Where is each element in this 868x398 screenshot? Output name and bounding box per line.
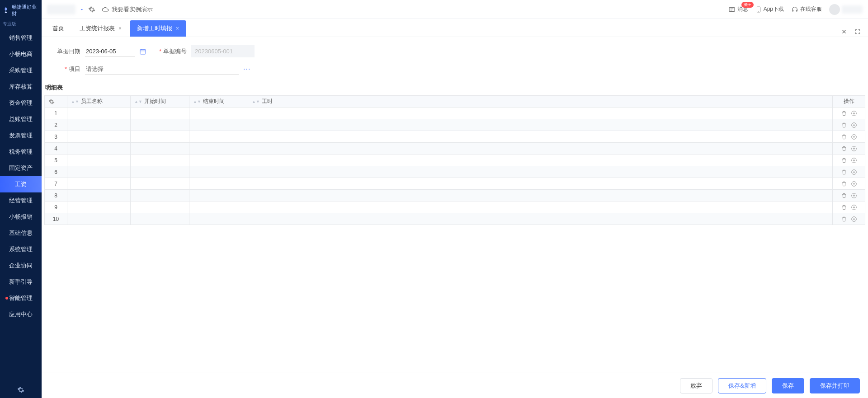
cell-hours[interactable]: [248, 201, 833, 213]
cell-hours[interactable]: [248, 213, 833, 225]
delete-row-icon[interactable]: [841, 145, 847, 152]
add-row-icon[interactable]: [851, 110, 857, 117]
table-row[interactable]: 2: [45, 119, 865, 131]
delete-row-icon[interactable]: [841, 204, 847, 211]
cell-end[interactable]: [189, 143, 248, 155]
sidebar-item-10[interactable]: 经营管理: [0, 192, 42, 209]
demo-link[interactable]: 我要看实例演示: [102, 5, 153, 14]
cell-end[interactable]: [189, 119, 248, 131]
tab-1[interactable]: 工资统计报表×: [72, 20, 129, 37]
delete-row-icon[interactable]: [841, 110, 847, 117]
table-row[interactable]: 8: [45, 190, 865, 201]
col-hours[interactable]: ▲▼工时: [248, 96, 833, 108]
gear-icon[interactable]: [88, 6, 95, 13]
add-row-icon[interactable]: [851, 134, 857, 140]
col-settings[interactable]: [45, 96, 67, 108]
delete-row-icon[interactable]: [841, 216, 847, 222]
add-row-icon[interactable]: [851, 145, 857, 152]
col-start[interactable]: ▲▼开始时间: [131, 96, 189, 108]
add-row-icon[interactable]: [851, 181, 857, 187]
delete-row-icon[interactable]: [841, 157, 847, 164]
sidebar-item-5[interactable]: 总账管理: [0, 111, 42, 127]
cell-end[interactable]: [189, 178, 248, 190]
table-row[interactable]: 5: [45, 155, 865, 166]
table-row[interactable]: 4: [45, 143, 865, 155]
cell-end[interactable]: [189, 166, 248, 178]
cell-start[interactable]: [131, 108, 189, 119]
sidebar-item-16[interactable]: 智能管理: [0, 290, 42, 306]
cell-hours[interactable]: [248, 166, 833, 178]
cell-start[interactable]: [131, 178, 189, 190]
cell-employee[interactable]: [67, 213, 131, 225]
service-button[interactable]: 在线客服: [791, 5, 822, 13]
table-row[interactable]: 6: [45, 166, 865, 178]
date-input[interactable]: [85, 46, 135, 57]
table-row[interactable]: 3: [45, 131, 865, 143]
delete-row-icon[interactable]: [841, 192, 847, 199]
cell-end[interactable]: [189, 131, 248, 143]
cell-employee[interactable]: [67, 201, 131, 213]
cell-hours[interactable]: [248, 190, 833, 201]
cell-employee[interactable]: [67, 119, 131, 131]
delete-row-icon[interactable]: [841, 122, 847, 128]
cell-employee[interactable]: [67, 143, 131, 155]
close-all-icon[interactable]: [839, 27, 849, 37]
sidebar-item-15[interactable]: 新手引导: [0, 274, 42, 290]
sidebar-item-0[interactable]: 销售管理: [0, 30, 42, 46]
cell-employee[interactable]: [67, 108, 131, 119]
close-icon[interactable]: ×: [118, 25, 122, 32]
table-row[interactable]: 9: [45, 201, 865, 213]
cell-start[interactable]: [131, 143, 189, 155]
delete-row-icon[interactable]: [841, 181, 847, 187]
app-download-button[interactable]: App下载: [755, 5, 784, 13]
sidebar-item-7[interactable]: 税务管理: [0, 144, 42, 160]
col-end[interactable]: ▲▼结束时间: [189, 96, 248, 108]
cell-start[interactable]: [131, 155, 189, 166]
sidebar-item-17[interactable]: 应用中心: [0, 306, 42, 323]
project-input[interactable]: [85, 64, 239, 75]
table-row[interactable]: 10: [45, 213, 865, 225]
sidebar-item-8[interactable]: 固定资产: [0, 160, 42, 176]
table-row[interactable]: 7: [45, 178, 865, 190]
save-button[interactable]: 保存: [772, 378, 804, 393]
calendar-icon[interactable]: [139, 48, 146, 55]
close-icon[interactable]: ×: [176, 25, 179, 32]
cell-hours[interactable]: [248, 143, 833, 155]
cell-end[interactable]: [189, 190, 248, 201]
cell-start[interactable]: [131, 119, 189, 131]
add-row-icon[interactable]: [851, 204, 857, 211]
save-and-print-button[interactable]: 保存并打印: [810, 378, 860, 393]
cell-end[interactable]: [189, 201, 248, 213]
add-row-icon[interactable]: [851, 216, 857, 222]
sidebar-item-11[interactable]: 小畅报销: [0, 209, 42, 225]
add-row-icon[interactable]: [851, 192, 857, 199]
add-row-icon[interactable]: [851, 169, 857, 175]
cell-start[interactable]: [131, 131, 189, 143]
cell-hours[interactable]: [248, 131, 833, 143]
cell-start[interactable]: [131, 201, 189, 213]
cell-end[interactable]: [189, 155, 248, 166]
project-lookup-icon[interactable]: ···: [243, 65, 250, 73]
delete-row-icon[interactable]: [841, 134, 847, 140]
cell-hours[interactable]: [248, 108, 833, 119]
add-row-icon[interactable]: [851, 122, 857, 128]
cell-start[interactable]: [131, 213, 189, 225]
cell-employee[interactable]: [67, 131, 131, 143]
sidebar-item-6[interactable]: 发票管理: [0, 127, 42, 144]
sidebar-item-13[interactable]: 系统管理: [0, 241, 42, 258]
cell-hours[interactable]: [248, 155, 833, 166]
cell-start[interactable]: [131, 190, 189, 201]
sidebar-item-14[interactable]: 企业协同: [0, 258, 42, 274]
cell-employee[interactable]: [67, 155, 131, 166]
sidebar-settings[interactable]: [0, 382, 42, 398]
col-employee[interactable]: ▲▼员工名称: [67, 96, 131, 108]
fullscreen-icon[interactable]: [853, 27, 863, 37]
cell-end[interactable]: [189, 213, 248, 225]
tab-0[interactable]: 首页: [45, 20, 71, 37]
cell-hours[interactable]: [248, 178, 833, 190]
discard-button[interactable]: 放弃: [680, 378, 712, 393]
delete-row-icon[interactable]: [841, 169, 847, 175]
org-selector[interactable]: [47, 5, 95, 14]
sidebar-item-1[interactable]: 小畅电商: [0, 46, 42, 62]
table-row[interactable]: 1: [45, 108, 865, 119]
